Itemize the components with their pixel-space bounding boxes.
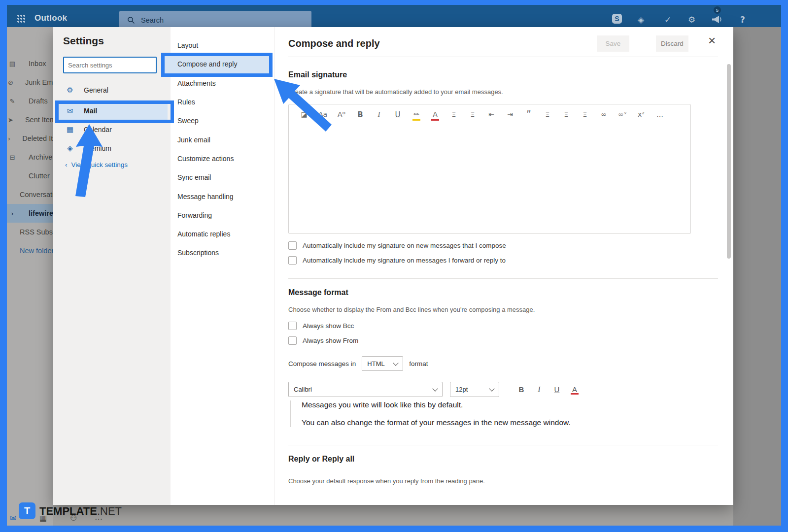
settings-nav-mail[interactable]: ✉ Mail bbox=[59, 101, 168, 120]
mail-settings-label: Customize actions bbox=[177, 155, 234, 163]
align-left-icon[interactable]: Ξ bbox=[538, 110, 557, 119]
bottom-nav-mail-icon[interactable]: ✉ bbox=[10, 513, 16, 523]
checkbox-forward-reply[interactable] bbox=[288, 256, 297, 265]
highlight-icon[interactable]: ✏ bbox=[407, 110, 426, 119]
mail-nav-automatic-replies[interactable]: Automatic replies bbox=[171, 225, 274, 243]
folder-lifewire[interactable]: › lifewire bbox=[7, 204, 53, 223]
folder-rss[interactable]: RSS Subscriptions bbox=[7, 223, 53, 241]
mail-nav-junk-email[interactable]: Junk email bbox=[171, 130, 274, 149]
mail-nav-customize-actions[interactable]: Customize actions bbox=[171, 149, 274, 168]
premium-icon[interactable]: ◈ bbox=[638, 15, 644, 25]
font-style-buttons: B I U A bbox=[513, 385, 583, 394]
settings-nav-calendar[interactable]: ▦ Calendar bbox=[59, 120, 168, 139]
folder-label: Clutter bbox=[29, 172, 50, 180]
help-icon[interactable]: ? bbox=[740, 15, 745, 25]
folder-junk[interactable]: ⊘ Junk Email bbox=[7, 73, 53, 92]
folder-icon: › bbox=[8, 210, 17, 217]
mail-nav-compose-and-reply[interactable]: Compose and reply bbox=[165, 55, 271, 73]
align-right-icon[interactable]: Ξ bbox=[576, 110, 594, 119]
italic-button[interactable]: I bbox=[530, 385, 548, 394]
mail-settings-label: Forwarding bbox=[177, 211, 212, 219]
mail-nav-attachments[interactable]: Attachments bbox=[171, 74, 274, 93]
folder-drafts[interactable]: ✎ Drafts bbox=[7, 92, 53, 110]
toolbar-icon-glyph: ” bbox=[526, 108, 531, 119]
app-launcher-icon[interactable] bbox=[17, 14, 25, 23]
unlink-icon[interactable]: ∞ˣ bbox=[613, 110, 632, 119]
mail-nav-forwarding[interactable]: Forwarding bbox=[171, 206, 274, 225]
folder-sent[interactable]: ➤ Sent Items bbox=[7, 110, 53, 129]
toolbar-icon-glyph: A bbox=[433, 110, 438, 118]
toolbar-icon-glyph: Aº bbox=[338, 110, 345, 118]
scrollbar-thumb[interactable] bbox=[727, 64, 731, 259]
align-center-icon[interactable]: Ξ bbox=[557, 110, 576, 119]
save-button[interactable]: Save bbox=[597, 35, 629, 52]
settings-gear-icon[interactable]: ⚙ bbox=[688, 15, 695, 25]
always-show-bcc-row: Always show Bcc bbox=[288, 322, 354, 330]
link-icon[interactable]: ∞ bbox=[594, 110, 613, 119]
skype-icon[interactable]: S bbox=[612, 14, 622, 24]
mail-nav-rules[interactable]: Rules bbox=[171, 93, 274, 111]
checkbox-always-show-from[interactable] bbox=[288, 336, 297, 345]
font-case-icon[interactable]: Aa bbox=[313, 110, 332, 119]
mail-nav-subscriptions[interactable]: Subscriptions bbox=[171, 243, 274, 262]
bullet-list-icon[interactable]: Ξ bbox=[445, 110, 463, 119]
compose-format-dropdown[interactable]: HTML bbox=[362, 356, 403, 371]
mail-nav-layout[interactable]: Layout bbox=[171, 36, 274, 55]
indent-icon[interactable]: ⇥ bbox=[501, 110, 519, 119]
more-icon[interactable]: … bbox=[651, 110, 669, 119]
folder-icon: ➤ bbox=[8, 116, 13, 124]
folder-inbox[interactable]: ▤ Inbox bbox=[7, 54, 53, 73]
quote-icon[interactable]: ” bbox=[519, 110, 538, 119]
font-color-button[interactable]: A bbox=[566, 385, 583, 394]
quick-settings-label: View quick settings bbox=[71, 161, 128, 168]
superscript-icon[interactable]: x² bbox=[632, 110, 651, 119]
whats-new-megaphone-icon[interactable] bbox=[712, 15, 722, 26]
mail-settings-label: Compose and reply bbox=[177, 60, 237, 68]
close-icon[interactable]: × bbox=[708, 33, 716, 48]
underline-button[interactable]: U bbox=[548, 385, 566, 394]
templatenet-logo: T bbox=[19, 502, 35, 519]
discard-button[interactable]: Discard bbox=[656, 35, 688, 52]
page-title: Compose and reply bbox=[288, 38, 380, 49]
compose-format-suffix: format bbox=[409, 360, 428, 367]
todo-check-icon[interactable]: ✓ bbox=[664, 15, 671, 25]
checkbox-new-messages[interactable] bbox=[288, 241, 297, 250]
settings-search-input[interactable] bbox=[63, 57, 157, 73]
category-label: Premium bbox=[84, 144, 111, 152]
category-label: Calendar bbox=[84, 126, 112, 133]
format-painter-icon[interactable]: ◪ bbox=[295, 110, 313, 119]
numbered-list-icon[interactable]: Ξ bbox=[463, 110, 482, 119]
font-color-icon[interactable]: A bbox=[426, 110, 445, 119]
bold-button[interactable]: B bbox=[513, 385, 530, 394]
folder-clutter[interactable]: Clutter bbox=[7, 166, 53, 185]
font-size-icon[interactable]: Aº bbox=[332, 110, 351, 119]
mail-settings-list: Layout Compose and reply Attachments Rul… bbox=[171, 36, 274, 263]
toolbar-icon-glyph: Ξ bbox=[546, 110, 550, 118]
reply-description: Choose your default response when you re… bbox=[288, 477, 485, 485]
underline-icon[interactable]: U bbox=[388, 110, 407, 119]
settings-nav-general[interactable]: ⚙ General bbox=[59, 81, 168, 100]
font-size-dropdown[interactable]: 12pt bbox=[450, 382, 499, 397]
reply-heading: Reply or Reply all bbox=[288, 455, 354, 464]
outdent-icon[interactable]: ⇤ bbox=[482, 110, 501, 119]
toolbar-icon-glyph: … bbox=[656, 110, 663, 118]
checkbox-always-show-bcc[interactable] bbox=[288, 322, 297, 330]
bold-icon[interactable]: B bbox=[351, 110, 370, 119]
folder-archive[interactable]: ⊟ Archive bbox=[7, 148, 53, 166]
mail-nav-message-handling[interactable]: Message handling bbox=[171, 187, 274, 205]
compose-format-value: HTML bbox=[367, 360, 384, 367]
settings-nav-premium[interactable]: ◈ Premium bbox=[59, 139, 168, 158]
folder-deleted[interactable]: › Deleted Items bbox=[7, 129, 53, 148]
checkbox-label: Always show Bcc bbox=[303, 322, 354, 330]
font-size-value: 12pt bbox=[455, 386, 468, 393]
view-quick-settings-link[interactable]: ‹View quick settings bbox=[65, 161, 128, 168]
search-icon bbox=[127, 16, 135, 24]
signature-editor[interactable]: ◪ Aa Aº B I U ✏ A Ξ Ξ bbox=[288, 104, 691, 234]
mail-nav-sweep[interactable]: Sweep bbox=[171, 111, 274, 130]
mail-nav-sync-email[interactable]: Sync email bbox=[171, 168, 274, 187]
italic-icon[interactable]: I bbox=[370, 110, 388, 119]
font-family-dropdown[interactable]: Calibri bbox=[288, 382, 443, 397]
folder-conversation-history[interactable]: Conversation History bbox=[7, 185, 53, 204]
category-label: Mail bbox=[84, 107, 97, 115]
new-folder-link[interactable]: New folder bbox=[7, 241, 53, 260]
